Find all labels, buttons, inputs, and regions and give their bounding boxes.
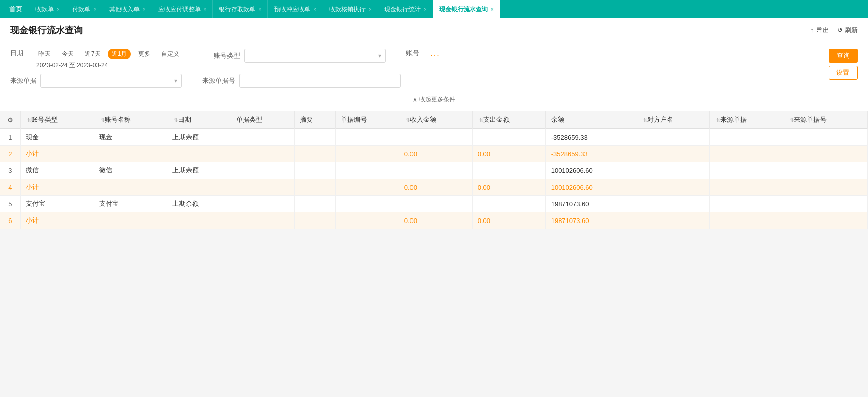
row-doc-no bbox=[335, 162, 399, 179]
nav-tab-fukuandan[interactable]: 付款单 × bbox=[66, 0, 103, 18]
source-doc-no-label: 来源单据号 bbox=[202, 76, 235, 85]
source-doc-select[interactable]: ▾ bbox=[40, 74, 182, 88]
table-body: 1现金现金上期余额-3528659.332小计0.000.00-3528659.… bbox=[0, 129, 868, 229]
close-tab-4-icon[interactable]: × bbox=[258, 7, 261, 12]
row-no: 4 bbox=[0, 179, 20, 196]
row-source-doc-no bbox=[783, 179, 868, 196]
col-expense: ⇅支出金额 bbox=[472, 111, 545, 129]
row-summary bbox=[294, 162, 335, 179]
account-type-select[interactable]: ▾ bbox=[244, 49, 386, 63]
close-tab-5-icon[interactable]: × bbox=[313, 7, 316, 12]
export-button[interactable]: ↑ 导出 bbox=[811, 26, 830, 35]
row-account-name: 现金 bbox=[94, 129, 167, 146]
row-doc-no bbox=[335, 146, 399, 162]
setting-button[interactable]: 设置 bbox=[829, 66, 858, 80]
date-btn-7days[interactable]: 近7天 bbox=[81, 49, 105, 59]
row-date bbox=[167, 179, 231, 196]
close-tab-8-icon[interactable]: × bbox=[491, 7, 494, 12]
col-source-doc-no: ⇅来源单据号 bbox=[783, 111, 868, 129]
row-summary bbox=[294, 196, 335, 212]
row-account-type: 小计 bbox=[20, 179, 94, 196]
date-btn-1month[interactable]: 近1月 bbox=[108, 49, 131, 59]
account-type-label: 账号类型 bbox=[214, 51, 240, 60]
date-btn-custom[interactable]: 自定义 bbox=[157, 49, 184, 59]
row-summary bbox=[294, 129, 335, 146]
row-expense: 0.00 bbox=[472, 179, 545, 196]
row-source-doc bbox=[710, 162, 783, 179]
nav-tab-shoukuandan[interactable]: 收款单 × bbox=[29, 0, 66, 18]
nav-tab-xianjinyinhangtonji[interactable]: 现金银行统计 × bbox=[378, 0, 433, 18]
row-date bbox=[167, 146, 231, 162]
row-account-name bbox=[94, 179, 167, 196]
row-date: 上期余额 bbox=[167, 129, 231, 146]
close-tab-1-icon[interactable]: × bbox=[94, 7, 97, 12]
nav-home[interactable]: 首页 bbox=[2, 0, 29, 18]
row-balance: 19871073.60 bbox=[545, 212, 636, 229]
table-row: 2小计0.000.00-3528659.33 bbox=[0, 146, 868, 162]
col-income: ⇅收入金额 bbox=[399, 111, 472, 129]
col-gear[interactable]: ⚙ bbox=[0, 111, 20, 129]
row-account-type: 小计 bbox=[20, 212, 94, 229]
row-account-type: 支付宝 bbox=[20, 196, 94, 212]
row-expense: 0.00 bbox=[472, 212, 545, 229]
row-summary bbox=[294, 179, 335, 196]
date-btn-today[interactable]: 今天 bbox=[58, 49, 78, 59]
row-account-name: 微信 bbox=[94, 162, 167, 179]
refresh-button[interactable]: ↺ 刷新 bbox=[837, 26, 858, 35]
close-tab-7-icon[interactable]: × bbox=[424, 7, 427, 12]
table-header-row: ⚙ ⇅账号类型 ⇅账号名称 ⇅日期 单据类型 摘要 单据编号 ⇅收入金额 bbox=[0, 111, 868, 129]
row-no: 5 bbox=[0, 196, 20, 212]
date-btn-yesterday[interactable]: 昨天 bbox=[34, 49, 55, 59]
table-row: 5支付宝支付宝上期余额19871073.60 bbox=[0, 196, 868, 212]
row-doc-no bbox=[335, 179, 399, 196]
row-doc-type bbox=[231, 129, 294, 146]
close-tab-0-icon[interactable]: × bbox=[57, 7, 60, 12]
row-source-doc-no bbox=[783, 129, 868, 146]
collapse-chevron-icon: ∧ bbox=[413, 96, 417, 103]
col-source-doc: ⇅来源单据 bbox=[710, 111, 783, 129]
row-income: 0.00 bbox=[399, 212, 472, 229]
nav-tab-qitashouru[interactable]: 其他收入单 × bbox=[103, 0, 152, 18]
date-filter-label: 日期 bbox=[10, 49, 30, 58]
close-tab-6-icon[interactable]: × bbox=[369, 7, 372, 12]
row-balance: -3528659.33 bbox=[545, 146, 636, 162]
date-options: 昨天 今天 近7天 近1月 更多 自定义 bbox=[34, 49, 184, 59]
close-tab-3-icon[interactable]: × bbox=[204, 7, 207, 12]
right-action-buttons: 查询 设置 bbox=[829, 49, 858, 80]
close-tab-2-icon[interactable]: × bbox=[143, 7, 146, 12]
col-date: ⇅日期 bbox=[167, 111, 231, 129]
row-date bbox=[167, 212, 231, 229]
header-actions: ↑ 导出 ↺ 刷新 bbox=[811, 26, 858, 35]
account-no-label: 账号 bbox=[406, 49, 426, 58]
nav-tab-liushui[interactable]: 现金银行流水查询 × bbox=[433, 0, 500, 18]
date-btn-more[interactable]: 更多 bbox=[134, 49, 154, 59]
table-row: 6小计0.000.0019871073.60 bbox=[0, 212, 868, 229]
col-account-type: ⇅账号类型 bbox=[20, 111, 94, 129]
col-doc-type: 单据类型 bbox=[231, 111, 294, 129]
row-source-doc-no bbox=[783, 212, 868, 229]
row-account-type: 微信 bbox=[20, 162, 94, 179]
column-settings-icon[interactable]: ⚙ bbox=[6, 115, 15, 124]
col-counterparty: ⇅对方户名 bbox=[636, 111, 710, 129]
row-source-doc bbox=[710, 212, 783, 229]
nav-tab-yinhang[interactable]: 银行存取款单 × bbox=[213, 0, 268, 18]
filter-section: 日期 昨天 今天 近7天 近1月 更多 自定义 2023-02-24 至 202… bbox=[0, 42, 868, 111]
col-account-name: ⇅账号名称 bbox=[94, 111, 167, 129]
nav-tab-shoukuanhexiao[interactable]: 收款核销执行 × bbox=[323, 0, 378, 18]
row-balance: 100102606.60 bbox=[545, 179, 636, 196]
query-button[interactable]: 查询 bbox=[829, 49, 858, 63]
col-summary: 摘要 bbox=[294, 111, 335, 129]
row-counterparty bbox=[636, 179, 710, 196]
row-counterparty bbox=[636, 196, 710, 212]
nav-tab-yushou[interactable]: 预收冲应收单 × bbox=[268, 0, 323, 18]
row-doc-type bbox=[231, 196, 294, 212]
row-income bbox=[399, 162, 472, 179]
page-header: 现金银行流水查询 ↑ 导出 ↺ 刷新 bbox=[0, 18, 868, 42]
nav-tab-yingshouyingfu[interactable]: 应收应付调整单 × bbox=[152, 0, 213, 18]
collapse-filter-bar[interactable]: ∧ 收起更多条件 bbox=[10, 92, 858, 105]
account-no-dots-button[interactable]: ... bbox=[430, 49, 440, 58]
source-doc-no-input[interactable] bbox=[239, 74, 401, 88]
row-account-name bbox=[94, 146, 167, 162]
source-doc-label: 来源单据 bbox=[10, 76, 36, 85]
row-doc-type bbox=[231, 179, 294, 196]
